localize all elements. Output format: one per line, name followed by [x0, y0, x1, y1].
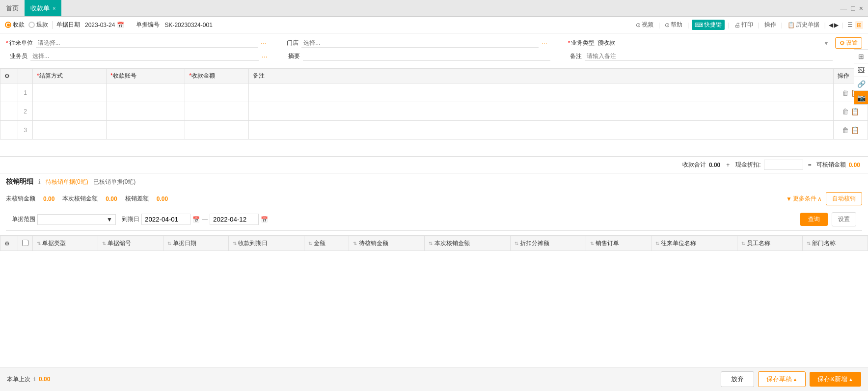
done-tab[interactable]: 已核销单据(0笔) [93, 178, 136, 186]
right-panel-table-icon[interactable]: ⊞ [854, 50, 868, 63]
counterparty-input[interactable] [36, 38, 258, 48]
history-btn[interactable]: 📋 历史单据 [786, 20, 821, 30]
row-settlement-cell[interactable] [33, 84, 107, 102]
more-conditions-btn[interactable]: ▼ 更多条件 ∧ [786, 195, 822, 203]
tab-home[interactable]: 首页 [0, 0, 25, 16]
date-from-input[interactable] [141, 214, 190, 225]
date-field: 单据日期 2023-03-24 📅 [56, 21, 124, 29]
summary-input[interactable] [303, 52, 551, 61]
col-settings-header[interactable]: ⚙ [0, 69, 18, 84]
col-rownum-header [18, 69, 33, 84]
diff-label: 核销差额 [125, 195, 149, 203]
range-select[interactable]: ▼ [37, 214, 116, 225]
list-view-icon[interactable]: ☰ [846, 21, 854, 29]
info-icon[interactable]: ℹ [38, 178, 41, 185]
row-amount-cell[interactable] [185, 84, 249, 102]
query-button[interactable]: 查询 [800, 213, 828, 226]
tab-close-icon[interactable]: × [53, 5, 55, 11]
row-account-cell[interactable] [107, 121, 185, 140]
row-remark-cell[interactable] [249, 84, 834, 102]
operate-btn[interactable]: 操作 [762, 20, 778, 30]
total-value: 0.00 [709, 162, 720, 168]
discount-input[interactable] [764, 160, 803, 170]
select-all-checkbox[interactable] [22, 240, 28, 246]
calendar-from-icon[interactable]: 📅 [192, 216, 200, 223]
info-icon-footer[interactable]: ℹ [33, 376, 36, 383]
form-section: * 往来单位 ··· 门店 ··· * 业务类型 预收款 ▼ ⚙ [0, 33, 868, 68]
video-btn[interactable]: ⊙ 视频 [634, 20, 655, 30]
grid-view-icon[interactable]: ⊞ [855, 21, 863, 29]
discard-button[interactable]: 放弃 [721, 371, 754, 387]
sort-icon-6[interactable]: ⇅ [429, 241, 433, 246]
row-account-cell[interactable] [107, 84, 185, 102]
summary-field: 摘要 [288, 52, 551, 61]
radio-receive[interactable]: 收款 [5, 21, 25, 29]
due-date-label: 到期日 [122, 215, 139, 223]
row-remark-cell[interactable] [249, 102, 834, 121]
maximize-icon[interactable]: □ [851, 4, 855, 12]
row-copy-icon[interactable]: 📋 [851, 108, 859, 115]
auto-offset-button[interactable]: 自动核销 [826, 192, 862, 205]
tab-current[interactable]: 收款单 × [25, 0, 61, 16]
right-panel-image-icon[interactable]: 🖼 [854, 63, 868, 77]
row-amount-cell[interactable] [185, 102, 249, 121]
bottom-col-2-header: ⇅ 单据日期 [163, 236, 229, 251]
close-window-icon[interactable]: × [859, 4, 863, 12]
row-account-cell[interactable] [107, 102, 185, 121]
row-settlement-cell[interactable] [33, 102, 107, 121]
history-icon: 📋 [787, 22, 795, 28]
right-panel-camera-icon[interactable]: 📷 [854, 91, 868, 105]
bottom-col-settings-header[interactable]: ⚙ [0, 236, 18, 251]
settings-button[interactable]: ⚙ 设置 [835, 37, 862, 49]
sort-icon-8[interactable]: ⇅ [590, 241, 594, 246]
pending-tab[interactable]: 待核销单据(0笔) [46, 178, 88, 186]
staff-more-icon[interactable]: ··· [261, 53, 269, 60]
row-delete-icon[interactable]: 🗑 [842, 108, 849, 115]
settings-gear-icon[interactable]: ⚙ [4, 240, 10, 247]
store-input[interactable] [301, 38, 539, 48]
sort-icon-10[interactable]: ⇅ [741, 241, 745, 246]
sort-icon-9[interactable]: ⇅ [655, 241, 659, 246]
note-input[interactable] [585, 52, 833, 61]
help-btn[interactable]: ⊙ 帮助 [663, 20, 684, 30]
counterparty-more-icon[interactable]: ··· [260, 39, 268, 47]
settings-label: 设置 [846, 39, 858, 47]
save-new-button[interactable]: 保存&新增 ▲ [810, 372, 861, 387]
calendar-icon[interactable]: 📅 [117, 22, 124, 28]
sort-icon-4[interactable]: ⇅ [308, 241, 312, 246]
sort-icon-0[interactable]: ⇅ [37, 241, 41, 246]
date-to-input[interactable] [210, 214, 259, 225]
footer-left: 本单上次 ℹ 0.00 [7, 375, 50, 384]
sort-icon-3[interactable]: ⇅ [233, 241, 237, 246]
row-copy-icon[interactable]: 📋 [851, 126, 859, 134]
row-remark-cell[interactable] [249, 121, 834, 140]
save-draft-arrow-icon[interactable]: ▲ [793, 377, 798, 382]
save-new-arrow-icon[interactable]: ▲ [848, 377, 853, 382]
right-panel-link-icon[interactable]: 🔗 [854, 77, 868, 91]
sort-icon-7[interactable]: ⇅ [515, 241, 518, 246]
last-label: 本单上次 [7, 375, 30, 384]
sort-icon-5[interactable]: ⇅ [353, 241, 357, 246]
print-btn[interactable]: 🖨 打印 [732, 20, 755, 30]
sort-icon-1[interactable]: ⇅ [102, 241, 106, 246]
prev-arrow-icon[interactable]: ◀ [829, 22, 833, 28]
tab-bar: 首页 收款单 × — □ × [0, 0, 868, 17]
row-amount-cell[interactable] [185, 121, 249, 140]
save-draft-button[interactable]: 保存草稿 ▲ [758, 371, 806, 387]
row-settlement-cell[interactable] [33, 121, 107, 140]
sort-icon-11[interactable]: ⇅ [807, 241, 811, 246]
store-more-icon[interactable]: ··· [541, 39, 548, 47]
shortcut-btn[interactable]: ⌨ 快捷键 [692, 20, 725, 30]
sort-icon-2[interactable]: ⇅ [167, 241, 171, 246]
business-type-chevron-icon[interactable]: ▼ [823, 40, 829, 47]
save-draft-label: 保存草稿 [766, 375, 792, 384]
row-delete-icon[interactable]: 🗑 [842, 89, 849, 97]
minimize-icon[interactable]: — [840, 4, 847, 12]
row-delete-icon[interactable]: 🗑 [842, 126, 849, 134]
filter-settings-button[interactable]: 设置 [832, 212, 856, 226]
staff-input[interactable] [30, 52, 259, 61]
radio-refund[interactable]: 退款 [28, 21, 48, 29]
calendar-to-icon[interactable]: 📅 [261, 216, 268, 223]
bottom-col-checkbox-header[interactable] [18, 236, 33, 251]
next-arrow-icon[interactable]: ▶ [834, 22, 839, 28]
